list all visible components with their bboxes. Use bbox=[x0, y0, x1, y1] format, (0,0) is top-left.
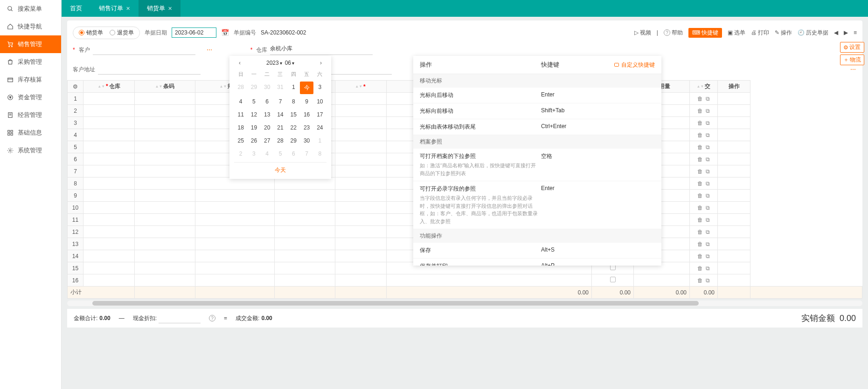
sidebar-item-system[interactable]: 系统管理 bbox=[0, 142, 61, 159]
cal-today-button[interactable]: 今天 bbox=[234, 162, 326, 176]
th-ops[interactable]: 操作 bbox=[718, 81, 750, 93]
cell[interactable] bbox=[135, 190, 195, 202]
cell[interactable] bbox=[135, 153, 195, 165]
cal-day[interactable]: 27 bbox=[261, 135, 274, 146]
gear-icon[interactable]: ⚙ bbox=[73, 83, 78, 90]
copy-icon[interactable]: ⧉ bbox=[706, 241, 710, 247]
copy-icon[interactable]: ⧉ bbox=[706, 108, 710, 114]
cal-day-next[interactable]: 2 bbox=[234, 148, 247, 159]
hscroll-thumb[interactable] bbox=[92, 301, 699, 306]
copy-icon[interactable]: ⧉ bbox=[706, 192, 710, 199]
sidebar-item-basic[interactable]: 基础信息 bbox=[0, 124, 61, 142]
delete-icon[interactable]: 🗑 bbox=[697, 168, 703, 175]
cell[interactable] bbox=[83, 117, 135, 129]
cal-day[interactable]: 15 bbox=[287, 109, 300, 120]
cell[interactable] bbox=[335, 226, 387, 238]
video-button[interactable]: ▷ 视频 bbox=[634, 29, 651, 37]
cell[interactable] bbox=[275, 238, 335, 250]
cal-prev[interactable]: ‹ bbox=[236, 60, 243, 66]
cell[interactable] bbox=[275, 177, 335, 190]
cell[interactable] bbox=[135, 238, 195, 250]
help-icon[interactable]: ? bbox=[209, 315, 215, 321]
cell[interactable] bbox=[83, 105, 135, 117]
cell[interactable] bbox=[195, 214, 275, 226]
sidebar-item-purchase[interactable]: 采购管理 bbox=[0, 53, 61, 71]
cell[interactable] bbox=[195, 274, 275, 287]
cell[interactable] bbox=[195, 238, 275, 250]
cell[interactable] bbox=[195, 190, 275, 202]
cell[interactable] bbox=[83, 238, 135, 250]
cal-day[interactable]: 29 bbox=[287, 135, 300, 146]
cal-day[interactable]: 16 bbox=[300, 109, 313, 120]
cell[interactable] bbox=[335, 274, 387, 287]
cell[interactable] bbox=[135, 274, 195, 287]
copy-icon[interactable]: ⧉ bbox=[706, 253, 710, 259]
sidebar-item-business[interactable]: 经营管理 bbox=[0, 106, 61, 124]
cell[interactable] bbox=[135, 93, 195, 105]
cell[interactable] bbox=[83, 165, 135, 177]
delete-icon[interactable]: 🗑 bbox=[697, 132, 703, 138]
cal-day-next[interactable]: 1 bbox=[313, 135, 326, 146]
cell[interactable] bbox=[275, 226, 335, 238]
cell[interactable] bbox=[335, 202, 387, 214]
sidebar-item-search[interactable]: 搜索菜单 bbox=[0, 0, 61, 18]
cell[interactable] bbox=[135, 165, 195, 177]
cell[interactable] bbox=[195, 202, 275, 214]
cal-day[interactable]: 6 bbox=[261, 96, 274, 107]
cell[interactable] bbox=[335, 214, 387, 226]
cell[interactable] bbox=[335, 129, 387, 141]
delete-icon[interactable]: 🗑 bbox=[697, 156, 703, 163]
cal-day-prev[interactable]: 29 bbox=[247, 82, 260, 94]
customer-input[interactable] bbox=[93, 45, 195, 55]
table-row[interactable]: 16🗑⧉ bbox=[68, 274, 862, 287]
tab-home[interactable]: 首页 bbox=[62, 0, 90, 17]
cal-month-select[interactable]: 06▾ bbox=[285, 60, 294, 66]
cal-year-select[interactable]: 2023▾ bbox=[266, 60, 282, 66]
cell[interactable] bbox=[83, 202, 135, 214]
hscroll[interactable] bbox=[67, 300, 862, 306]
more-icon[interactable]: ⋯ bbox=[207, 47, 213, 53]
delete-icon[interactable]: 🗑 bbox=[697, 120, 703, 126]
cell[interactable] bbox=[83, 153, 135, 165]
cell[interactable] bbox=[135, 141, 195, 153]
cell[interactable] bbox=[335, 165, 387, 177]
cell[interactable] bbox=[83, 250, 135, 262]
cell[interactable] bbox=[83, 214, 135, 226]
list-button[interactable]: ≡ bbox=[854, 29, 857, 36]
cal-day[interactable]: 1 bbox=[287, 82, 300, 94]
delete-icon[interactable]: 🗑 bbox=[697, 180, 703, 187]
cal-day[interactable]: 23 bbox=[300, 122, 313, 133]
history-button[interactable]: 🕘 历史单据 bbox=[798, 29, 828, 37]
cal-day[interactable]: 11 bbox=[234, 109, 247, 120]
cell[interactable] bbox=[335, 262, 387, 274]
sidebar-item-stock[interactable]: 库存核算 bbox=[0, 71, 61, 89]
cell[interactable] bbox=[83, 177, 135, 190]
delete-icon[interactable]: 🗑 bbox=[697, 144, 703, 150]
cal-day[interactable]: 13 bbox=[261, 109, 274, 120]
tab-delivery[interactable]: 销货单✕ bbox=[139, 0, 181, 17]
cell[interactable] bbox=[634, 274, 690, 287]
more-icon[interactable]: ⋯ bbox=[850, 66, 857, 73]
th-req[interactable]: ▲▼* bbox=[335, 81, 387, 93]
cal-day[interactable]: 26 bbox=[247, 135, 260, 146]
warehouse-input[interactable]: 余杭小库 bbox=[270, 45, 373, 55]
cell[interactable] bbox=[83, 190, 135, 202]
sidebar-item-sales[interactable]: 销售管理 bbox=[0, 35, 61, 53]
cell[interactable] bbox=[275, 250, 335, 262]
copy-icon[interactable]: ⧉ bbox=[706, 217, 710, 223]
copy-icon[interactable]: ⧉ bbox=[706, 205, 710, 211]
prev-button[interactable]: ◀ bbox=[834, 29, 838, 36]
cal-day[interactable]: 12 bbox=[247, 109, 260, 120]
cell[interactable] bbox=[83, 129, 135, 141]
cell[interactable] bbox=[275, 262, 335, 274]
close-icon[interactable]: ✕ bbox=[168, 6, 172, 12]
cal-day[interactable]: 10 bbox=[313, 96, 326, 107]
cal-day[interactable]: 22 bbox=[287, 122, 300, 133]
cell[interactable] bbox=[135, 226, 195, 238]
copy-icon[interactable]: ⧉ bbox=[706, 144, 710, 150]
cell[interactable] bbox=[275, 202, 335, 214]
delete-icon[interactable]: 🗑 bbox=[697, 96, 703, 102]
cell[interactable] bbox=[135, 117, 195, 129]
cal-day[interactable]: 21 bbox=[274, 122, 287, 133]
cell[interactable] bbox=[335, 238, 387, 250]
